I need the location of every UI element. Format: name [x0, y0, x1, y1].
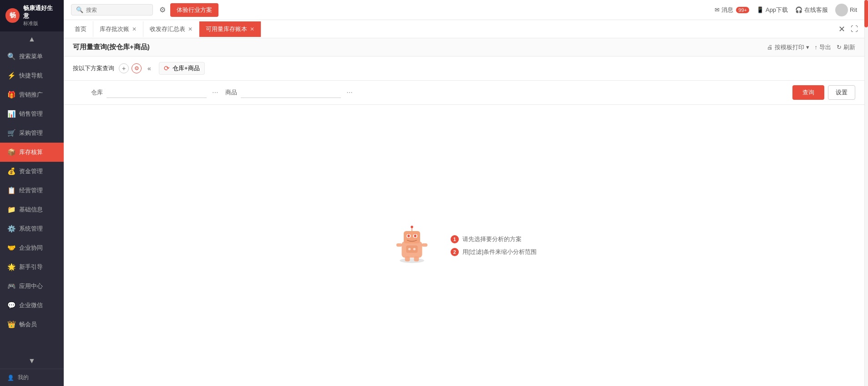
right-scrollbar[interactable] [864, 0, 868, 386]
empty-content: 1 请先选择要分析的方案 2 用[过滤]条件来缩小分析范围 [391, 223, 537, 268]
sidebar-label-vip: 畅会员 [19, 320, 37, 329]
print-dropdown-icon[interactable]: ▾ [806, 44, 809, 51]
tab-available-ledger[interactable]: 可用量库存账本 ✕ [199, 21, 261, 37]
empty-state: 1 请先选择要分析的方案 2 用[过滤]条件来缩小分析范围 [64, 105, 864, 386]
online-support-item[interactable]: 🎧 在线客服 [795, 6, 828, 14]
sidebar-item-system[interactable]: ⚙️ 系统管理 [0, 219, 64, 238]
newbie-icon: 🌟 [7, 263, 15, 271]
tab-batch-ledger-label: 库存批次账 [100, 25, 129, 33]
sidebar-header: 畅 畅康通好生意 标准版 [0, 0, 64, 31]
app-download-label: App下载 [766, 6, 788, 14]
tab-home[interactable]: 首页 [68, 21, 93, 37]
query-panel: 按以下方案查询 + ⚙ « ⟳ 仓库+商品 [64, 57, 864, 81]
tip-number-1: 1 [451, 235, 459, 243]
message-item[interactable]: ✉ 消息 99+ [715, 6, 749, 14]
filter-actions: 查询 设置 [792, 85, 855, 100]
svg-point-8 [411, 226, 413, 228]
sidebar-bottom-label: 我的 [18, 374, 29, 381]
sidebar-bottom[interactable]: 👤 我的 [0, 369, 64, 386]
query-button[interactable]: 查询 [792, 85, 824, 100]
sidebar-item-operations[interactable]: 📋 经营管理 [0, 181, 64, 200]
warehouse-input[interactable] [107, 87, 207, 98]
scheme-setting-button[interactable]: ⚙ [132, 63, 142, 73]
user-avatar-item[interactable]: Rit [835, 4, 857, 16]
sidebar-title: 畅康通好生意 [23, 5, 58, 20]
sidebar-item-vip[interactable]: 👑 畅会员 [0, 315, 64, 334]
sidebar-item-inventory[interactable]: 📦 库存核算 [0, 143, 64, 162]
page-title: 可用量查询(按仓库+商品) [73, 43, 150, 51]
sidebar-logo: 畅 [5, 8, 20, 23]
query-buttons: + ⚙ « [119, 63, 154, 73]
tab-recv-summary[interactable]: 收发存汇总表 ✕ [143, 21, 199, 37]
gear-icon[interactable]: ⚙ [159, 5, 166, 14]
sidebar-scroll-down[interactable]: ▼ [0, 353, 64, 369]
empty-tips: 1 请先选择要分析的方案 2 用[过滤]条件来缩小分析范围 [451, 235, 537, 256]
sidebar-label-purchase: 采购管理 [19, 129, 43, 137]
print-action[interactable]: 🖨 按模板打印 ▾ [767, 43, 809, 51]
search-icon-topbar: 🔍 [76, 6, 83, 13]
refresh-action[interactable]: ↻ 刷新 [837, 43, 855, 51]
empty-illustration [391, 223, 437, 268]
message-icon: ✉ [715, 6, 720, 13]
tab-batch-ledger-close[interactable]: ✕ [132, 26, 137, 32]
trial-industry-button[interactable]: 体验行业方案 [170, 3, 218, 17]
product-input[interactable] [241, 87, 341, 98]
search-icon: 🔍 [7, 52, 15, 61]
print-label: 按模板打印 [775, 43, 804, 51]
empty-tip-1: 1 请先选择要分析的方案 [451, 235, 537, 243]
sidebar-label-newbie: 新手引导 [19, 263, 43, 271]
collapse-button[interactable]: « [144, 63, 154, 73]
sidebar-scroll-up[interactable]: ▲ [0, 31, 64, 47]
tab-home-label: 首页 [75, 25, 86, 33]
tip-text-1: 请先选择要分析的方案 [462, 235, 522, 243]
filter-bar: 仓库 ··· 商品 ··· 查询 设置 [64, 81, 864, 105]
sidebar-item-newbie[interactable]: 🌟 新手引导 [0, 257, 64, 277]
svg-rect-10 [421, 243, 427, 247]
sidebar: 畅 畅康通好生意 标准版 ▲ 🔍 搜索菜单 ⚡ 快捷导航 🎁 营销推广 📊 销售… [0, 0, 64, 386]
sidebar-item-enterprise[interactable]: 🤝 企业协同 [0, 238, 64, 257]
search-input[interactable] [86, 7, 150, 13]
topbar-search-box[interactable]: 🔍 [71, 4, 153, 15]
tab-batch-ledger[interactable]: 库存批次账 ✕ [93, 21, 143, 37]
message-label: 消息 [721, 6, 733, 14]
add-scheme-button[interactable]: + [119, 63, 129, 73]
sidebar-item-basic-info[interactable]: 📁 基础信息 [0, 200, 64, 219]
sidebar-item-finance[interactable]: 💰 资金管理 [0, 162, 64, 181]
scrollbar-thumb[interactable] [864, 0, 868, 27]
tab-recv-summary-close[interactable]: ✕ [188, 26, 193, 32]
sales-icon: 📊 [7, 110, 15, 118]
product-more-button[interactable]: ··· [346, 88, 352, 97]
sidebar-label-operations: 经营管理 [19, 186, 43, 195]
svg-point-6 [414, 235, 416, 237]
export-action[interactable]: ↑ 导出 [815, 43, 832, 51]
message-badge: 99+ [736, 7, 749, 13]
warehouse-label: 仓库 [91, 88, 103, 97]
close-all-tabs-button[interactable]: ✕ [837, 22, 847, 36]
svg-rect-11 [405, 256, 410, 261]
wechat-icon: 💬 [7, 301, 15, 309]
main-area: 🔍 ⚙ 体验行业方案 ✉ 消息 99+ 📱 App下载 🎧 在线客服 Rit [64, 0, 864, 386]
sidebar-item-marketing[interactable]: 🎁 营销推广 [0, 85, 64, 104]
sidebar-item-search[interactable]: 🔍 搜索菜单 [0, 47, 64, 66]
sidebar-item-quick-nav[interactable]: ⚡ 快捷导航 [0, 66, 64, 85]
query-scheme-item[interactable]: ⟳ 仓库+商品 [159, 62, 205, 75]
scheme-label: 仓库+商品 [173, 64, 200, 72]
warehouse-more-button[interactable]: ··· [212, 88, 218, 97]
sidebar-label-finance: 资金管理 [19, 167, 43, 175]
sidebar-item-purchase[interactable]: 🛒 采购管理 [0, 124, 64, 143]
system-icon: ⚙️ [7, 225, 15, 233]
marketing-icon: 🎁 [7, 91, 15, 99]
tabs-bar: 首页 库存批次账 ✕ 收发存汇总表 ✕ 可用量库存账本 ✕ ✕ ⛶ [64, 20, 864, 38]
setting-button[interactable]: 设置 [828, 85, 855, 100]
svg-point-15 [413, 247, 416, 250]
sidebar-item-sales[interactable]: 📊 销售管理 [0, 104, 64, 124]
tab-available-ledger-close[interactable]: ✕ [250, 26, 254, 32]
sidebar-label-basic-info: 基础信息 [19, 206, 43, 214]
expand-tabs-button[interactable]: ⛶ [849, 23, 860, 35]
query-label: 按以下方案查询 [73, 64, 114, 72]
page-actions: 🖨 按模板打印 ▾ ↑ 导出 ↻ 刷新 [767, 43, 856, 51]
sidebar-label-quick-nav: 快捷导航 [19, 72, 43, 80]
sidebar-item-app-center[interactable]: 🎮 应用中心 [0, 277, 64, 296]
sidebar-item-wechat[interactable]: 💬 企业微信 [0, 296, 64, 315]
app-download-item[interactable]: 📱 App下载 [756, 6, 788, 14]
